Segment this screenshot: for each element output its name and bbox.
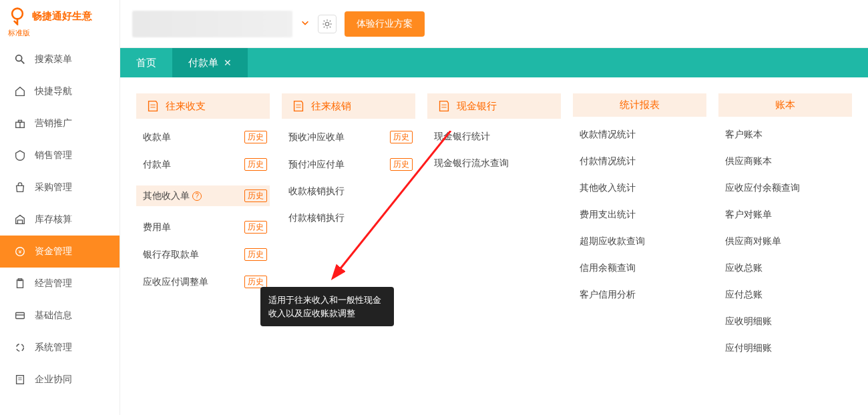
sidebar: 畅捷通好生意 标准版 搜索菜单快捷导航营销推广销售管理采购管理库存核算¥资金管理… — [0, 0, 120, 415]
sidebar-item-1[interactable]: 快捷导航 — [0, 75, 120, 107]
money-icon: ¥ — [13, 245, 27, 258]
sidebar-item-4[interactable]: 采购管理 — [0, 171, 120, 203]
menu-item[interactable]: 付款单历史 — [136, 158, 270, 171]
gift-icon — [13, 117, 27, 130]
history-tag[interactable]: 历史 — [390, 131, 413, 143]
column-2: 现金银行现金银行统计现金银行流水查询 — [427, 93, 561, 169]
history-tag[interactable]: 历史 — [390, 158, 413, 171]
doc-icon — [146, 99, 160, 113]
menu-item[interactable]: 应付总账 — [718, 289, 852, 301]
menu-item[interactable]: 银行存取款单历史 — [136, 248, 270, 261]
help-icon[interactable]: ? — [192, 191, 202, 201]
sidebar-item-9[interactable]: 系统管理 — [0, 332, 120, 364]
menu-item-label: 银行存取款单 — [143, 249, 199, 261]
warehouse-icon — [13, 213, 27, 226]
logo-icon — [8, 7, 27, 25]
menu-item[interactable]: 现金银行流水查询 — [427, 157, 561, 169]
logo-sub: 标准版 — [0, 28, 120, 43]
sidebar-item-2[interactable]: 营销推广 — [0, 107, 120, 139]
sidebar-item-8[interactable]: 基础信息 — [0, 300, 120, 332]
menu-item[interactable]: 应收应付余额查询 — [718, 182, 852, 194]
menu-item[interactable]: 收款单历史 — [136, 131, 270, 143]
content: 往来收支收款单历史付款单历史其他收入单?历史费用单历史银行存取款单历史应收应付调… — [120, 77, 868, 415]
menu-item[interactable]: 其他收入统计 — [573, 182, 706, 194]
menu-item[interactable]: 收款核销执行 — [282, 185, 415, 197]
menu-item-label: 预付冲应付单 — [288, 159, 345, 171]
history-tag[interactable]: 历史 — [244, 221, 267, 234]
menu-item-label: 付款单 — [143, 159, 171, 171]
menu-item[interactable]: 客户信用分析 — [573, 289, 706, 301]
svg-rect-9 — [16, 313, 25, 319]
sidebar-item-7[interactable]: 经营管理 — [0, 268, 120, 300]
account-selector-blurred[interactable] — [132, 11, 292, 37]
history-tag[interactable]: 历史 — [244, 131, 267, 143]
menu-item[interactable]: 付款核销执行 — [282, 212, 415, 224]
menu-item[interactable]: 供应商账本 — [718, 155, 852, 167]
industry-plan-button[interactable]: 体验行业方案 — [345, 11, 425, 37]
menu-item[interactable]: 应收明细账 — [718, 316, 852, 328]
menu-item-label: 现金银行流水查询 — [434, 157, 509, 169]
history-tag[interactable]: 历史 — [244, 158, 267, 171]
menu-item-label: 收款情况统计 — [580, 129, 636, 141]
menu-item[interactable]: 收款情况统计 — [573, 129, 706, 141]
column-header: 往来收支 — [136, 93, 270, 119]
menu-item[interactable]: 现金银行统计 — [427, 131, 561, 143]
menu-item-label: 现金银行统计 — [434, 131, 490, 143]
org-icon — [13, 373, 27, 386]
menu-item-label: 应付总账 — [725, 289, 763, 301]
menu-item[interactable]: 费用单历史 — [136, 221, 270, 234]
history-tag[interactable]: 历史 — [244, 248, 267, 261]
column-title: 往来核销 — [311, 100, 351, 113]
menu-item[interactable]: 超期应收款查询 — [573, 236, 706, 248]
column-title: 统计报表 — [620, 99, 660, 111]
menu-item-label: 费用单 — [143, 222, 171, 234]
menu-item[interactable]: 供应商对账单 — [718, 236, 852, 248]
menu-item[interactable]: 付款情况统计 — [573, 155, 706, 167]
column-header: 统计报表 — [573, 93, 706, 117]
column-body: 现金银行统计现金银行流水查询 — [427, 119, 561, 169]
menu-item-label: 付款情况统计 — [580, 155, 636, 167]
sidebar-item-3[interactable]: 销售管理 — [0, 139, 120, 171]
menu-item-label: 其他收入统计 — [580, 182, 636, 194]
menu-item[interactable]: 预付冲应付单历史 — [282, 158, 415, 171]
tab-0[interactable]: 首页 — [120, 48, 172, 77]
bag-icon — [13, 181, 27, 194]
menu-item[interactable]: 费用支出统计 — [573, 209, 706, 221]
badge-icon — [13, 149, 27, 162]
menu-item[interactable]: 应收总账 — [718, 262, 852, 274]
column-title: 往来收支 — [166, 100, 206, 113]
chevron-down-icon[interactable] — [300, 18, 310, 29]
sidebar-item-label: 基础信息 — [35, 310, 72, 322]
menu-item[interactable]: 其他收入单?历史 — [136, 185, 270, 206]
logo: 畅捷通好生意 — [0, 0, 120, 28]
svg-point-1 — [16, 55, 22, 61]
menu-item[interactable]: 应收应付调整单历史 — [136, 276, 270, 288]
sidebar-item-label: 搜索菜单 — [35, 53, 72, 65]
menu-item-label: 应付明细账 — [725, 342, 772, 354]
menu-item[interactable]: 信用余额查询 — [573, 262, 706, 274]
tab-label: 付款单 — [188, 57, 218, 69]
menu-item[interactable]: 客户对账单 — [718, 209, 852, 221]
menu-item[interactable]: 应付明细账 — [718, 342, 852, 354]
sidebar-item-label: 经营管理 — [35, 278, 72, 290]
nav: 搜索菜单快捷导航营销推广销售管理采购管理库存核算¥资金管理经营管理基础信息系统管… — [0, 43, 120, 396]
sidebar-item-10[interactable]: 企业协同 — [0, 364, 120, 396]
sidebar-item-label: 资金管理 — [35, 246, 72, 258]
history-tag[interactable]: 历史 — [244, 189, 267, 202]
sidebar-item-0[interactable]: 搜索菜单 — [0, 43, 120, 75]
menu-item-label: 应收明细账 — [725, 316, 772, 328]
menu-item[interactable]: 客户账本 — [718, 129, 852, 141]
gear-icon[interactable] — [318, 15, 337, 33]
menu-item-label: 客户对账单 — [725, 209, 772, 221]
menu-item-label: 客户信用分析 — [580, 289, 636, 301]
close-icon[interactable]: ✕ — [224, 57, 232, 68]
sidebar-item-label: 销售管理 — [35, 149, 72, 161]
menu-item-label: 收款单 — [143, 131, 171, 143]
sidebar-item-label: 系统管理 — [35, 342, 72, 354]
menu-item[interactable]: 预收冲应收单历史 — [282, 131, 415, 143]
column-title: 现金银行 — [457, 100, 497, 113]
sidebar-item-6[interactable]: ¥资金管理 — [0, 236, 120, 268]
sidebar-item-label: 营销推广 — [35, 117, 72, 129]
tab-1[interactable]: 付款单✕ — [172, 48, 248, 77]
sidebar-item-5[interactable]: 库存核算 — [0, 203, 120, 236]
